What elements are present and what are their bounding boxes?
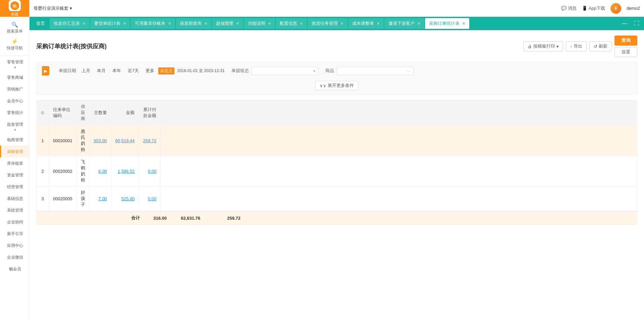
logo-label: 标题 xyxy=(11,12,18,17)
shortcut-this-year[interactable]: 本年 xyxy=(110,67,124,74)
tab-config-close[interactable]: ✕ xyxy=(300,21,303,26)
goods-input[interactable] xyxy=(340,68,407,73)
sidebar-item-enterprise[interactable]: 企业协同 xyxy=(0,216,29,228)
tab-stock-account-close[interactable]: ✕ xyxy=(168,21,171,26)
expand-button[interactable]: ∨∨ 展开更多条件 xyxy=(315,81,358,90)
filter-toggle-button[interactable]: ▶ xyxy=(42,66,49,75)
column-settings-icon[interactable]: ⚙ xyxy=(41,110,45,115)
message-button[interactable]: 💬 消息 xyxy=(561,5,577,11)
table-header-row: ⚙ 往来单位编码 供应商 主数量 xyxy=(37,100,637,125)
app-download-button[interactable]: 📱 App下载 xyxy=(582,5,605,11)
account-switcher[interactable]: 母婴行业演示账套 ▾ xyxy=(34,5,72,11)
tab-invite[interactable]: 邀请下游客户 ✕ xyxy=(384,18,424,29)
query-button[interactable]: 查询 xyxy=(614,36,637,46)
tab-stock-account[interactable]: 可用量库存账本 ✕ xyxy=(131,18,175,29)
tab-config[interactable]: 配置信息 ✕ xyxy=(276,18,307,29)
tab-func[interactable]: 功能说明 ✕ xyxy=(244,18,275,29)
tab-purchase-order-stat[interactable]: 采购订单统计表 ✕ xyxy=(425,18,469,29)
sidebar-quicknav-label: 快捷导航 xyxy=(7,45,23,51)
td-amount[interactable]: 525.80 xyxy=(111,186,139,211)
logo-icon: 畅 xyxy=(9,0,21,11)
sidebar-item-basic[interactable]: 基础信息 xyxy=(0,193,29,204)
tab-purchase-stat-close[interactable]: ✕ xyxy=(123,21,126,26)
user-avatar[interactable]: E xyxy=(610,3,621,14)
tab-purchase-stat[interactable]: 要货单统计表 ✕ xyxy=(90,18,130,29)
export-button[interactable]: ↑ 导出 xyxy=(566,41,587,51)
sidebar-item-stock[interactable]: 库存核算 xyxy=(0,157,29,169)
sidebar-item-member[interactable]: 会员中心 xyxy=(0,95,29,107)
tab-purchase-order-stat-close[interactable]: ✕ xyxy=(462,21,465,26)
td-amount[interactable]: 60,519.44 xyxy=(111,125,139,156)
sidebar: 畅 标题 🔍 搜索菜单 ⚡ 快捷导航 零售管理 ▲ 零售商城 营销推广 会员中心… xyxy=(0,0,30,321)
settings-button[interactable]: 设置 xyxy=(614,47,637,57)
tab-expiry-label: 保质期查询 xyxy=(180,20,202,26)
tab-cost-adjust-close[interactable]: ✕ xyxy=(377,21,380,26)
sidebar-item-retail-shop[interactable]: 零售商城 xyxy=(0,71,29,83)
sidebar-item-search[interactable]: 🔍 搜索菜单 xyxy=(2,19,27,36)
th-amount: 金额 xyxy=(111,100,139,125)
td-no: 1 xyxy=(37,125,49,156)
sidebar-item-operation[interactable]: 经营管理 xyxy=(0,181,29,193)
export-icon: ↑ xyxy=(570,44,573,49)
sidebar-item-vip[interactable]: 畅会员 xyxy=(0,263,29,275)
date-label: 单据日期 xyxy=(59,68,76,74)
tab-expiry[interactable]: 保质期查询 ✕ xyxy=(176,18,211,29)
tab-func-close[interactable]: ✕ xyxy=(268,21,271,26)
sidebar-item-wechat[interactable]: 企业微信 xyxy=(0,251,29,263)
td-amount[interactable]: 1,586.52 xyxy=(111,156,139,186)
tab-overstock-close[interactable]: ✕ xyxy=(236,21,239,26)
svg-text:畅: 畅 xyxy=(13,4,17,8)
tab-collect-close[interactable]: ✕ xyxy=(83,21,86,26)
tab-invite-close[interactable]: ✕ xyxy=(417,21,420,26)
custom-date-badge[interactable]: 自定义 xyxy=(158,67,174,74)
app-icon: 📱 xyxy=(582,6,587,11)
td-qty[interactable]: 303.00 xyxy=(89,125,111,156)
sidebar-item-finance[interactable]: 资金管理 xyxy=(0,169,29,181)
topbar-left: 母婴行业演示账套 ▾ xyxy=(34,5,72,11)
tab-bar: 首页 收发存汇总表 ✕ 要货单统计表 ✕ 可用量库存账本 ✕ 保质期查询 ✕ 超… xyxy=(30,17,644,30)
td-paid[interactable]: 0.00 xyxy=(139,186,161,211)
th-empty xyxy=(161,100,637,125)
shortcut-last-month[interactable]: 上月 xyxy=(79,67,93,74)
tab-home[interactable]: 首页 xyxy=(32,18,49,29)
footer-label: 合计 xyxy=(50,212,144,224)
footer-qty: 316.00 xyxy=(144,212,171,224)
tab-pick-task[interactable]: 拣货任务管理 ✕ xyxy=(308,18,347,29)
td-qty[interactable]: 6.00 xyxy=(89,156,111,186)
expand-row: ∨∨ 展开更多条件 xyxy=(42,78,632,90)
refresh-button[interactable]: ↺ 刷新 xyxy=(589,41,612,51)
table-row[interactable]: 3 00020005 好孩子 7.00 525.80 0.00 xyxy=(37,186,637,211)
sidebar-item-retail[interactable]: 零售管理 ▲ xyxy=(0,56,29,71)
td-unit-code: 00020002 xyxy=(49,156,77,186)
td-empty xyxy=(161,186,637,211)
sidebar-item-wholesale[interactable]: 批发管理 ▲ xyxy=(0,118,29,134)
sidebar-item-newbie[interactable]: 新手引导 xyxy=(0,228,29,239)
tab-maximize-button[interactable]: ⛶ xyxy=(632,20,641,27)
sidebar-item-retail-stat[interactable]: 零售统计 xyxy=(0,107,29,118)
shortcut-this-month[interactable]: 本月 xyxy=(94,67,108,74)
tab-expiry-close[interactable]: ✕ xyxy=(204,21,207,26)
tab-minimize-button[interactable]: — xyxy=(620,20,629,27)
td-paid[interactable]: 259.72 xyxy=(139,125,161,156)
table-row[interactable]: 1 00020001 惠氏奶粉 303.00 60,519.44 259.72 xyxy=(37,125,637,156)
status-label: 单据状态 xyxy=(231,68,249,74)
sidebar-item-system[interactable]: 系统管理 xyxy=(0,204,29,216)
tab-collect[interactable]: 收发存汇总表 ✕ xyxy=(50,18,90,29)
print-button[interactable]: 🖨 按模板打印 ▾ xyxy=(523,41,563,51)
sidebar-item-marketing[interactable]: 营销推广 xyxy=(0,83,29,95)
sidebar-item-appcenter[interactable]: 应用中心 xyxy=(0,239,29,251)
footer-empty1 xyxy=(37,215,50,221)
td-paid[interactable]: 0.00 xyxy=(139,156,161,186)
td-qty[interactable]: 7.00 xyxy=(89,186,111,211)
shortcut-7days[interactable]: 近7天 xyxy=(125,67,142,74)
status-select[interactable]: ▾ xyxy=(252,67,319,75)
sidebar-item-purchase[interactable]: 采购管理 xyxy=(0,146,29,157)
sidebar-item-ecommerce[interactable]: 电商管理 xyxy=(0,134,29,146)
tab-overstock[interactable]: 超储预警 ✕ xyxy=(212,18,243,29)
username-label[interactable]: demo2 xyxy=(627,6,640,11)
tab-cost-adjust[interactable]: 成本调整单 ✕ xyxy=(348,18,384,29)
tab-pick-task-close[interactable]: ✕ xyxy=(340,21,343,26)
table-row[interactable]: 2 00020002 飞鹤奶粉 6.00 1,586.52 0.00 xyxy=(37,156,637,186)
shortcut-more[interactable]: 更多 xyxy=(143,67,157,74)
sidebar-item-quicknav[interactable]: ⚡ 快捷导航 xyxy=(2,36,27,53)
